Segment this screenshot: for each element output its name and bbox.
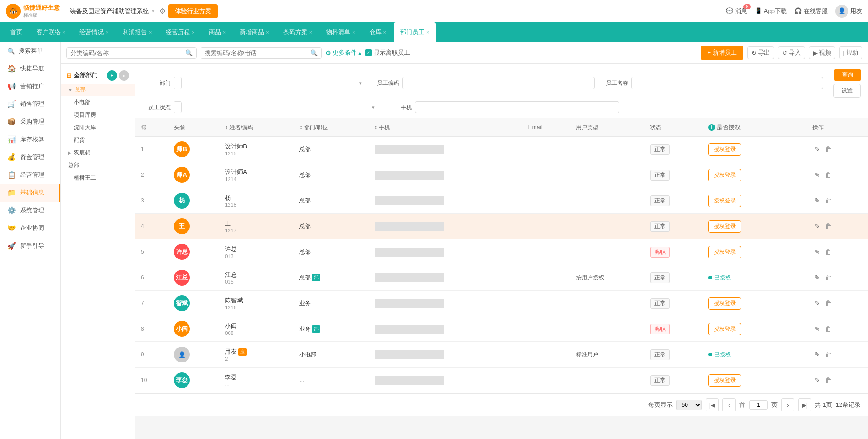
page-number-input[interactable] xyxy=(749,400,768,410)
auth-login-btn[interactable]: 授权登录 xyxy=(708,323,741,335)
auth-login-btn[interactable]: 授权登录 xyxy=(708,220,741,233)
prev-page-btn[interactable]: ‹ xyxy=(722,398,736,411)
add-dept-btn[interactable]: + xyxy=(107,70,117,81)
tab-history[interactable]: 经营历程 × xyxy=(159,22,201,42)
show-resigned-toggle[interactable]: ✓ 显示离职员工 xyxy=(365,49,410,57)
edit-btn[interactable]: ✎ xyxy=(812,376,822,385)
edit-btn[interactable]: ✎ xyxy=(812,247,822,257)
sidebar-item-business[interactable]: 📋 经营管理 xyxy=(0,166,60,184)
tab-warehouse[interactable]: 仓库 × xyxy=(363,22,393,42)
app-download-action[interactable]: 📱 App下载 xyxy=(755,7,787,15)
edit-btn[interactable]: ✎ xyxy=(812,170,822,180)
edit-btn[interactable]: ✎ xyxy=(812,196,822,205)
staff-search-input[interactable] xyxy=(205,49,307,56)
sidebar-item-marketing[interactable]: 📢 营销推广 xyxy=(0,77,60,95)
next-page-btn[interactable]: › xyxy=(781,398,794,411)
reset-button[interactable]: 设置 xyxy=(833,84,861,98)
dept-node-shuanglu[interactable]: ▶ 双鹿想 xyxy=(61,146,135,159)
close-icon[interactable]: × xyxy=(149,29,152,35)
user-action[interactable]: 👤 用友 xyxy=(835,5,862,18)
edit-btn[interactable]: ✎ xyxy=(812,350,822,359)
delete-btn[interactable]: 🗑 xyxy=(823,196,833,205)
edit-btn[interactable]: ✎ xyxy=(812,273,822,282)
sidebar-item-quicknav[interactable]: 🏠 快捷导航 xyxy=(0,60,60,77)
export-button[interactable]: ↻ 导出 xyxy=(747,46,774,59)
dept-select[interactable] xyxy=(174,77,182,89)
sidebar-item-guide[interactable]: 🚀 新手引导 xyxy=(0,237,60,255)
sidebar-item-basic[interactable]: 📁 基础信息 xyxy=(0,184,60,202)
auth-login-btn[interactable]: 授权登录 xyxy=(708,246,741,258)
delete-btn[interactable]: 🗑 xyxy=(823,350,833,359)
import-button[interactable]: ↺ 导入 xyxy=(778,46,805,59)
close-icon[interactable]: × xyxy=(223,29,226,35)
col-dept[interactable]: ↕ 部门/职位 xyxy=(294,118,368,137)
dept-node-zongbu[interactable]: 总部 xyxy=(61,159,135,172)
col-settings[interactable]: ⚙ xyxy=(135,118,168,137)
auth-login-btn[interactable]: 授权登录 xyxy=(708,297,741,310)
sidebar-item-finance[interactable]: 💰 资金管理 xyxy=(0,148,60,166)
dept-node-xiangmu[interactable]: 项目库房 xyxy=(61,109,135,121)
first-page-btn[interactable]: |◀ xyxy=(706,398,719,411)
delete-btn[interactable]: 🗑 xyxy=(823,247,833,257)
edit-btn[interactable]: ✎ xyxy=(812,222,822,231)
tab-add-goods[interactable]: 新增商品 × xyxy=(233,22,275,42)
delete-btn[interactable]: 🗑 xyxy=(823,170,833,180)
tab-dept-staff[interactable]: 部门员工 × xyxy=(394,22,436,42)
close-icon[interactable]: × xyxy=(105,29,108,35)
tab-operation[interactable]: 经营情况 × xyxy=(73,22,115,42)
online-service-action[interactable]: 🎧 在线客服 xyxy=(794,7,828,15)
trial-button[interactable]: 体验行业方案 xyxy=(168,4,218,18)
delete-btn[interactable]: 🗑 xyxy=(823,222,833,231)
close-icon[interactable]: × xyxy=(192,29,194,35)
close-icon[interactable]: × xyxy=(426,29,429,35)
sidebar-item-system[interactable]: ⚙️ 系统管理 xyxy=(0,202,60,219)
dept-node-xiaodian[interactable]: 小电部 xyxy=(61,96,135,109)
dept-search-input[interactable] xyxy=(70,49,182,56)
status-select[interactable] xyxy=(174,101,182,113)
last-page-btn[interactable]: ▶| xyxy=(798,398,811,411)
delete-btn[interactable]: 🗑 xyxy=(823,324,833,334)
auth-login-btn[interactable]: 授权登录 xyxy=(708,143,741,156)
tab-bom[interactable]: 物料清单 × xyxy=(319,22,361,42)
query-button[interactable]: 查询 xyxy=(834,69,861,81)
close-icon[interactable]: × xyxy=(383,29,386,35)
edit-btn[interactable]: ✎ xyxy=(812,324,822,334)
edit-btn[interactable]: ✎ xyxy=(812,145,822,154)
sidebar-search[interactable]: 🔍 搜索菜单 xyxy=(0,42,60,60)
tab-barcode[interactable]: 条码方案 × xyxy=(277,22,319,42)
phone-input[interactable] xyxy=(415,101,619,113)
delete-btn[interactable]: 🗑 xyxy=(823,145,833,154)
dept-node-zongbu-parent[interactable]: ▼ 总部 xyxy=(61,84,135,96)
close-icon[interactable]: × xyxy=(352,29,355,35)
collapse-dept-btn[interactable]: « xyxy=(119,70,129,81)
sidebar-item-purchase[interactable]: 📦 采购管理 xyxy=(0,113,60,131)
message-action[interactable]: 💬 6 消息 xyxy=(726,7,747,15)
auth-login-btn[interactable]: 授权登录 xyxy=(708,374,741,387)
delete-btn[interactable]: 🗑 xyxy=(823,273,833,282)
dept-node-shenyang[interactable]: 沈阳大库 xyxy=(61,121,135,134)
sidebar-item-sales[interactable]: 🛒 销售管理 xyxy=(0,95,60,113)
sidebar-item-inventory[interactable]: 📊 库存核算 xyxy=(0,131,60,148)
dept-node-zhishu[interactable]: 植树王二 xyxy=(61,172,135,184)
dept-node-peihuo[interactable]: 配货 xyxy=(61,134,135,146)
delete-btn[interactable]: 🗑 xyxy=(823,376,833,385)
emp-name-input[interactable] xyxy=(631,77,823,89)
more-filter-btn[interactable]: ⚙ 更多条件 ▴ xyxy=(326,49,361,57)
system-dropdown-icon[interactable]: ▾ xyxy=(152,7,155,14)
view-button[interactable]: ▶ 视频 xyxy=(809,46,835,59)
tab-customer[interactable]: 客户联络 × xyxy=(30,22,72,42)
auth-login-btn[interactable]: 授权登录 xyxy=(708,195,741,207)
tab-home[interactable]: 首页 xyxy=(4,22,29,42)
settings-icon[interactable]: ⚙ xyxy=(160,7,166,15)
delete-btn[interactable]: 🗑 xyxy=(823,299,833,308)
tab-goods[interactable]: 商品 × xyxy=(202,22,232,42)
auth-login-btn[interactable]: 授权登录 xyxy=(708,169,741,181)
close-icon[interactable]: × xyxy=(266,29,269,35)
close-icon[interactable]: × xyxy=(62,29,65,35)
page-size-select[interactable]: 50 100 200 xyxy=(676,400,702,410)
tab-profit[interactable]: 利润报告 × xyxy=(116,22,158,42)
emp-code-input[interactable] xyxy=(402,77,594,89)
add-staff-button[interactable]: + 新增员工 xyxy=(701,46,743,60)
col-phone[interactable]: ↕ 手机 xyxy=(369,118,523,137)
close-icon[interactable]: × xyxy=(309,29,312,35)
